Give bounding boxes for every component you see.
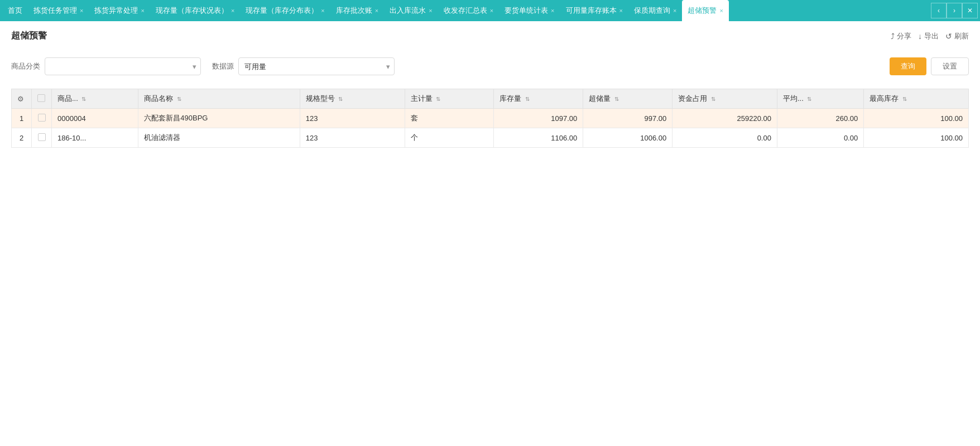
col-header-avg[interactable]: 平均... ⇅ <box>777 89 863 109</box>
nav-item-lhyc[interactable]: 拣货异常处理 × <box>89 0 150 21</box>
nav-close-xcl1[interactable]: × <box>231 7 234 14</box>
col-header-overflow[interactable]: 超储量 ⇅ <box>583 89 672 109</box>
header-checkbox[interactable] <box>37 94 45 102</box>
sort-icon-spec: ⇅ <box>338 96 343 102</box>
col-label-code: 商品... <box>57 94 78 103</box>
nav-item-lhgl[interactable]: 拣货任务管理 × <box>28 0 89 21</box>
sort-icon-unit: ⇅ <box>436 96 440 102</box>
nav-item-sdfhz[interactable]: 收发存汇总表 × <box>438 0 499 21</box>
sort-icon-code: ⇅ <box>81 96 86 102</box>
nav-item-kylkc[interactable]: 可用量库存账本 × <box>560 0 628 21</box>
nav-arrows: ‹ › ✕ <box>931 3 978 18</box>
col-header-capital[interactable]: 资金占用 ⇅ <box>672 89 777 109</box>
sort-icon-overflow: ⇅ <box>614 96 619 102</box>
nav-close-sdfhz[interactable]: × <box>490 7 493 14</box>
col-label-avg: 平均... <box>783 94 804 103</box>
nav-bar: 首页 拣货任务管理 × 拣货异常处理 × 现存量（库存状况表） × 现存量（库存… <box>0 0 980 21</box>
nav-close-xcl2[interactable]: × <box>321 7 324 14</box>
nav-arrow-right[interactable]: › <box>947 3 962 18</box>
nav-item-home[interactable]: 首页 <box>2 0 28 21</box>
nav-close-kylkc[interactable]: × <box>619 7 623 14</box>
nav-item-kpph[interactable]: 库存批次账 × <box>330 0 384 21</box>
row-maxstock-1: 100.00 <box>864 128 969 148</box>
col-header-gear: ⚙ <box>12 89 32 109</box>
row-check-0[interactable] <box>32 109 52 128</box>
row-avg-1: 0.00 <box>777 128 863 148</box>
nav-arrow-left[interactable]: ‹ <box>931 3 947 18</box>
row-checkbox-0[interactable] <box>38 114 46 122</box>
nav-label-sdfhz: 收发存汇总表 <box>444 6 487 16</box>
col-label-unit: 主计量 <box>411 94 433 103</box>
row-num-1: 2 <box>12 128 32 148</box>
nav-label-kylkc: 可用量库存账本 <box>566 6 617 16</box>
category-select[interactable] <box>45 57 201 75</box>
table-row: 2 186-10... 机油滤清器 123 个 1106.00 1006.00 … <box>12 128 969 148</box>
nav-item-xcl2[interactable]: 现存量（库存分布表） × <box>240 0 330 21</box>
datasource-label: 数据源 <box>212 61 234 71</box>
sort-icon-maxstock: ⇅ <box>902 96 907 102</box>
col-header-maxstock[interactable]: 最高库存 ⇅ <box>864 89 969 109</box>
nav-label-ccyj: 超储预警 <box>688 6 717 16</box>
col-header-stock[interactable]: 库存量 ⇅ <box>494 89 583 109</box>
nav-item-bzcq[interactable]: 保质期查询 × <box>628 0 682 21</box>
share-label: 分享 <box>897 31 911 41</box>
row-spec-1: 123 <box>300 128 405 148</box>
page-header: 超储预警 ⤴ 分享 ↓ 导出 ↺ 刷新 <box>11 30 969 42</box>
export-button[interactable]: ↓ 导出 <box>918 31 939 41</box>
nav-item-xcl1[interactable]: 现存量（库存状况表） × <box>150 0 240 21</box>
nav-label-ygdtj: 要货单统计表 <box>505 6 548 16</box>
col-header-code[interactable]: 商品... ⇅ <box>52 89 138 109</box>
category-select-wrap <box>45 57 201 75</box>
col-header-spec[interactable]: 规格型号 ⇅ <box>300 89 405 109</box>
nav-item-crkls[interactable]: 出入库流水 × <box>384 0 438 21</box>
nav-label-home: 首页 <box>8 6 22 16</box>
refresh-button[interactable]: ↺ 刷新 <box>945 31 969 41</box>
row-stock-1: 1106.00 <box>494 128 583 148</box>
nav-label-lhgl: 拣货任务管理 <box>33 6 77 16</box>
table-row: 1 0000004 六配套新昌490BPG 123 套 1097.00 997.… <box>12 109 969 128</box>
row-code-1: 186-10... <box>52 128 138 148</box>
export-icon: ↓ <box>918 32 922 41</box>
refresh-label: 刷新 <box>954 31 969 41</box>
row-capital-0: 259220.00 <box>672 109 777 128</box>
nav-close-bzcq[interactable]: × <box>673 7 676 14</box>
row-overflow-1: 1006.00 <box>583 128 672 148</box>
gear-icon[interactable]: ⚙ <box>17 95 24 103</box>
row-check-1[interactable] <box>32 128 52 148</box>
query-button[interactable]: 查询 <box>890 57 926 75</box>
datasource-select[interactable]: 可用量 <box>238 57 395 75</box>
row-stock-0: 1097.00 <box>494 109 583 128</box>
filter-row: 商品分类 数据源 可用量 查询 设置 <box>11 51 969 82</box>
nav-item-ygdtj[interactable]: 要货单统计表 × <box>499 0 560 21</box>
table-body: 1 0000004 六配套新昌490BPG 123 套 1097.00 997.… <box>12 109 969 148</box>
row-name-1: 机油滤清器 <box>138 128 300 148</box>
row-spec-0: 123 <box>300 109 405 128</box>
nav-close-ccyj[interactable]: × <box>719 7 723 14</box>
nav-arrow-close[interactable]: ✕ <box>962 3 978 18</box>
col-label-spec: 规格型号 <box>306 94 335 103</box>
col-label-stock: 库存量 <box>499 94 521 103</box>
col-label-capital: 资金占用 <box>678 94 707 103</box>
row-unit-0: 套 <box>405 109 494 128</box>
nav-close-kpph[interactable]: × <box>375 7 378 14</box>
row-name-0: 六配套新昌490BPG <box>138 109 300 128</box>
nav-item-ccyj[interactable]: 超储预警 × <box>682 0 728 21</box>
nav-close-ygdtj[interactable]: × <box>551 7 554 14</box>
table-header-row: ⚙ 商品... ⇅ 商品名称 ⇅ 规格型号 ⇅ 主计量 <box>12 89 969 109</box>
content-area: 超储预警 ⤴ 分享 ↓ 导出 ↺ 刷新 商品分类 <box>0 21 980 446</box>
share-button[interactable]: ⤴ 分享 <box>891 31 911 41</box>
col-header-name[interactable]: 商品名称 ⇅ <box>138 89 300 109</box>
sort-icon-capital: ⇅ <box>711 96 715 102</box>
table-head: ⚙ 商品... ⇅ 商品名称 ⇅ 规格型号 ⇅ 主计量 <box>12 89 969 109</box>
row-num-0: 1 <box>12 109 32 128</box>
sort-icon-name: ⇅ <box>177 96 181 102</box>
nav-label-xcl1: 现存量（库存状况表） <box>156 6 228 16</box>
col-header-unit[interactable]: 主计量 ⇅ <box>405 89 494 109</box>
nav-close-lhgl[interactable]: × <box>80 7 83 14</box>
row-capital-1: 0.00 <box>672 128 777 148</box>
nav-close-crkls[interactable]: × <box>429 7 432 14</box>
row-checkbox-1[interactable] <box>38 133 46 141</box>
row-unit-1: 个 <box>405 128 494 148</box>
nav-close-lhyc[interactable]: × <box>141 7 144 14</box>
settings-button[interactable]: 设置 <box>931 57 969 75</box>
